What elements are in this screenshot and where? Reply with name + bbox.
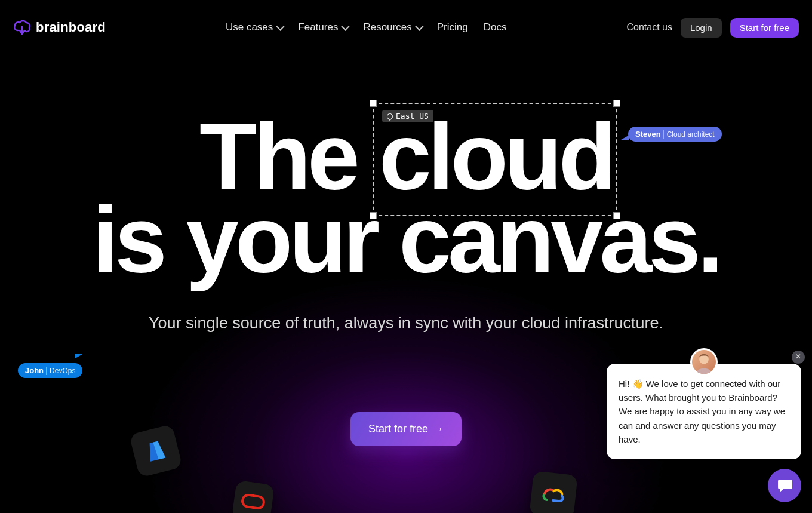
header-actions: Contact us Login Start for free xyxy=(626,18,799,38)
azure-icon xyxy=(141,436,171,466)
gcp-icon xyxy=(539,483,568,508)
chat-close-button[interactable]: ✕ xyxy=(792,351,805,364)
close-icon: ✕ xyxy=(795,351,801,363)
primary-nav: Use cases Features Resources Pricing Doc… xyxy=(226,21,506,33)
oracle-icon xyxy=(241,493,266,510)
nav-docs-label: Docs xyxy=(484,21,507,33)
cursor-pointer-icon xyxy=(75,354,84,358)
arrow-right-icon: → xyxy=(433,423,444,435)
nav-docs[interactable]: Docs xyxy=(484,21,507,33)
hero-title: The cloud is your canvas. xyxy=(0,115,812,281)
chevron-down-icon xyxy=(276,23,285,31)
nav-resources[interactable]: Resources xyxy=(363,21,421,33)
cursor-john-role: DevOps xyxy=(46,367,75,375)
site-header: brainboard Use cases Features Resources … xyxy=(0,0,812,43)
nav-resources-label: Resources xyxy=(363,21,411,33)
nav-features-label: Features xyxy=(298,21,338,33)
chevron-down-icon xyxy=(342,23,350,31)
cloud-tile-oracle xyxy=(232,480,275,513)
hero-subtitle: Your single source of truth, always in s… xyxy=(0,314,812,333)
cursor-tag-john: John DevOps xyxy=(18,363,82,378)
svg-rect-2 xyxy=(242,494,264,509)
chevron-down-icon xyxy=(415,23,423,31)
nav-use-cases-label: Use cases xyxy=(226,21,273,33)
hero-start-free-button[interactable]: Start for free → xyxy=(350,412,462,446)
chat-launcher-button[interactable] xyxy=(768,469,801,502)
brand-name: brainboard xyxy=(36,20,106,35)
start-free-button[interactable]: Start for free xyxy=(730,18,799,38)
hero-cta-wrap: Start for free → xyxy=(350,412,462,446)
chat-message: Hi! 👋 We love to get connected with our … xyxy=(619,377,789,446)
cloud-tile-azure xyxy=(129,424,183,478)
nav-features[interactable]: Features xyxy=(298,21,347,33)
login-button[interactable]: Login xyxy=(681,18,722,38)
chat-avatar xyxy=(690,348,718,376)
contact-link[interactable]: Contact us xyxy=(626,22,672,33)
hero-cta-label: Start for free xyxy=(368,423,428,435)
nav-pricing-label: Pricing xyxy=(437,21,468,33)
hero: The cloud is your canvas. Your single so… xyxy=(0,115,812,333)
hero-title-line1: The cloud xyxy=(0,115,812,198)
chat-bubble-icon xyxy=(776,478,793,493)
selection-handle xyxy=(613,100,620,107)
nav-pricing[interactable]: Pricing xyxy=(437,21,468,33)
brainboard-cloud-icon xyxy=(13,20,31,35)
brand-logo[interactable]: brainboard xyxy=(13,20,106,35)
cursor-john-name: John xyxy=(25,366,44,375)
hero-title-line2: is your canvas. xyxy=(0,198,812,281)
chat-popup: ✕ Hi! 👋 We love to get connected with ou… xyxy=(607,364,801,459)
nav-use-cases[interactable]: Use cases xyxy=(226,21,282,33)
cloud-tile-gcp xyxy=(529,471,577,513)
